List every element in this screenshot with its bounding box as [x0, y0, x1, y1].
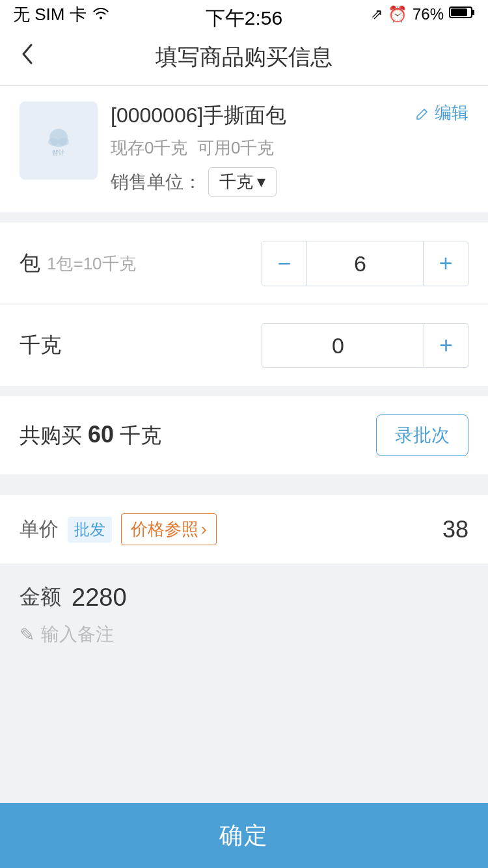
- svg-rect-1: [472, 10, 474, 15]
- nav-bar: 填写商品购买信息: [0, 29, 488, 86]
- svg-point-4: [48, 138, 59, 146]
- wifi-icon: [92, 5, 110, 25]
- divider-1: [0, 212, 488, 223]
- divider-3: [0, 474, 488, 485]
- amount-row: 金额 2280: [20, 583, 468, 612]
- amount-label: 金额: [20, 583, 61, 612]
- back-button[interactable]: [20, 41, 35, 73]
- price-ref-button[interactable]: 价格参照 ›: [121, 513, 217, 545]
- remark-icon: ✎: [20, 624, 34, 645]
- alarm-icon: ⏰: [388, 5, 407, 23]
- kg-input-row: 千克 +: [0, 305, 488, 386]
- bag-sublabel: 1包=10千克: [47, 252, 136, 275]
- product-name: [0000006]手撕面包: [111, 102, 415, 130]
- bag-plus-button[interactable]: +: [424, 241, 468, 286]
- total-row: 共购买 60 千克 录批次: [0, 396, 488, 474]
- kg-label: 千克: [20, 331, 61, 360]
- unit-row: 销售单位： 千克 ▾: [111, 167, 468, 197]
- svg-text:智计: 智计: [52, 149, 65, 156]
- total-text: 共购买 60 千克: [20, 421, 161, 450]
- bag-quantity-control: − +: [262, 241, 468, 286]
- product-image: 智计: [20, 102, 98, 180]
- kg-plus-button[interactable]: +: [424, 323, 468, 368]
- product-section: 智计 [0000006]手撕面包 编辑 现存0千克 可用0千克 销售单位： 千克…: [0, 86, 488, 212]
- kg-quantity-control: +: [262, 323, 468, 368]
- amount-value: 2280: [72, 584, 127, 612]
- bag-label: 包: [20, 249, 40, 278]
- status-bar: 无 SIM 卡 下午2:56 ⇗ ⏰ 76%: [0, 0, 488, 29]
- price-row: 单价 批发 价格参照 › 38: [20, 513, 468, 545]
- product-info: [0000006]手撕面包 编辑 现存0千克 可用0千克 销售单位： 千克 ▾: [111, 102, 468, 197]
- edit-button[interactable]: 编辑: [415, 102, 468, 124]
- battery-icon: [449, 5, 475, 23]
- price-left: 单价 批发 价格参照 ›: [20, 513, 217, 545]
- remark-row[interactable]: ✎ 输入备注: [20, 622, 468, 647]
- bag-quantity-input[interactable]: [306, 241, 424, 286]
- battery-label: 76%: [413, 5, 444, 23]
- unit-select[interactable]: 千克 ▾: [208, 167, 277, 197]
- batch-button[interactable]: 录批次: [376, 414, 468, 456]
- product-name-row: [0000006]手撕面包 编辑: [111, 102, 468, 130]
- input-section: 包 1包=10千克 − + 千克 +: [0, 223, 488, 386]
- location-icon: ⇗: [371, 6, 383, 23]
- bag-input-row: 包 1包=10千克 − +: [0, 223, 488, 305]
- stock-info: 现存0千克 可用0千克: [111, 137, 468, 159]
- divider-2: [0, 386, 488, 396]
- confirm-button[interactable]: 确定: [0, 803, 488, 868]
- kg-quantity-input[interactable]: [262, 323, 424, 368]
- amount-section: 金额 2280 ✎ 输入备注: [0, 563, 488, 660]
- price-tag: 批发: [68, 517, 112, 543]
- status-time: 下午2:56: [206, 5, 282, 32]
- status-left: 无 SIM 卡: [13, 3, 110, 26]
- status-right: ⇗ ⏰ 76%: [371, 5, 475, 23]
- price-section: 单价 批发 价格参照 › 38: [0, 495, 488, 563]
- page-title: 填写商品购买信息: [156, 42, 332, 72]
- price-label: 单价: [20, 516, 59, 543]
- carrier-label: 无 SIM 卡: [13, 3, 87, 26]
- price-value: 38: [442, 516, 468, 543]
- svg-rect-2: [451, 8, 467, 16]
- remark-placeholder: 输入备注: [41, 622, 114, 647]
- svg-point-5: [59, 138, 69, 146]
- bag-minus-button[interactable]: −: [262, 241, 306, 286]
